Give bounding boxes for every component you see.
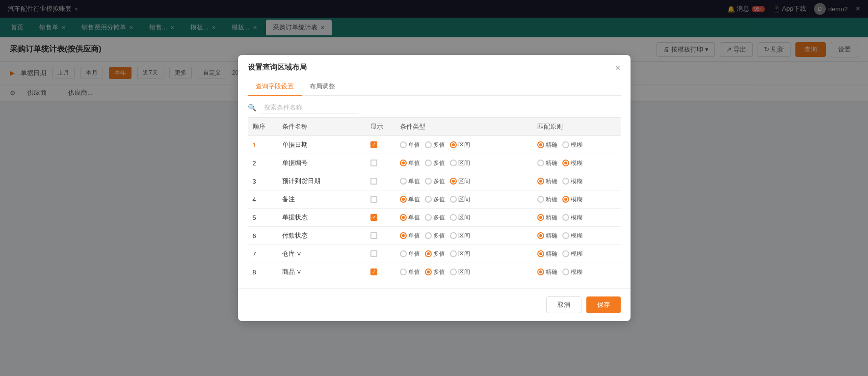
dialog-tabs: 查询字段设置 布局调整 bbox=[248, 78, 621, 96]
dialog: 设置查询区域布局 × 查询字段设置 布局调整 🔍 顺序 条件名称 显示 条件类型… bbox=[238, 55, 631, 102]
dialog-tab-layout[interactable]: 布局调整 bbox=[302, 78, 343, 96]
overlay[interactable]: 设置查询区域布局 × 查询字段设置 布局调整 🔍 顺序 条件名称 显示 条件类型… bbox=[0, 0, 868, 102]
dialog-close-btn[interactable]: × bbox=[615, 63, 621, 72]
dialog-tab-fields[interactable]: 查询字段设置 bbox=[248, 78, 302, 96]
dialog-header: 设置查询区域布局 × bbox=[238, 55, 631, 72]
dialog-title: 设置查询区域布局 bbox=[248, 63, 307, 72]
dialog-search-area: 🔍 bbox=[238, 96, 631, 102]
